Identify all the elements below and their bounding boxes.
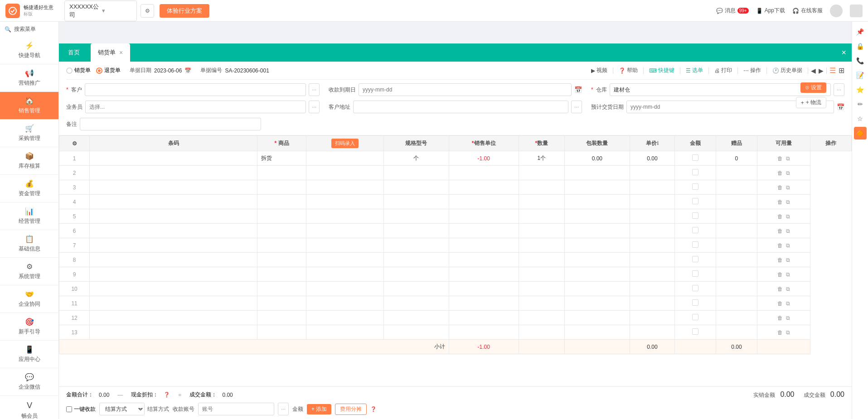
address-ellipsis-btn[interactable]: ··· (571, 101, 582, 113)
delete-row-icon-3[interactable]: 🗑 (777, 184, 783, 191)
salesperson-ellipsis-btn[interactable]: ··· (309, 101, 320, 113)
row-product-6[interactable] (257, 224, 306, 238)
delete-row-icon-6[interactable]: 🗑 (777, 228, 783, 234)
row-barcode-8[interactable] (90, 253, 257, 267)
row-gift-8[interactable] (675, 253, 716, 267)
one-click-payment-checkbox[interactable]: 一键收款 (66, 405, 96, 413)
row-quantity-13[interactable] (449, 325, 519, 340)
row-quantity-2[interactable] (449, 166, 519, 180)
copy-row-icon-8[interactable]: ⧉ (786, 257, 790, 263)
tab-home[interactable]: 首页 (59, 43, 89, 62)
select-btn[interactable]: ☰ 选单 (683, 65, 706, 76)
right-sidebar-btn-4[interactable]: 📝 (854, 69, 867, 82)
sidebar-item-member[interactable]: Ⅴ 畅会员 (0, 396, 58, 419)
th-config[interactable]: ⚙ (59, 136, 90, 151)
row-quantity-8[interactable] (449, 253, 519, 267)
row-spec-12[interactable] (306, 311, 383, 325)
row-unit-price-4[interactable] (564, 195, 630, 209)
delete-row-icon-4[interactable]: 🗑 (777, 199, 783, 205)
customer-address-input[interactable] (353, 101, 568, 113)
row-gift-10[interactable] (675, 282, 716, 296)
copy-row-icon-3[interactable]: ⧉ (786, 184, 790, 191)
expense-split-btn[interactable]: 费用分摊 (335, 404, 367, 415)
row-gift-11[interactable] (675, 296, 716, 311)
right-sidebar-btn-6[interactable]: ✏ (854, 98, 867, 111)
sidebar-item-inventory[interactable]: 📦 库存核算 (0, 147, 58, 175)
sidebar-item-enterprise[interactable]: 🤝 企业协同 (0, 285, 58, 313)
row-gift-3[interactable] (675, 180, 716, 195)
tab-sales-order[interactable]: 销货单 × (91, 43, 130, 62)
row-spec-8[interactable] (306, 253, 383, 267)
video-btn[interactable]: ▶ 视频 (588, 65, 610, 76)
row-gift-6[interactable] (675, 224, 716, 238)
sidebar-item-guide[interactable]: 🎯 新手引导 (0, 313, 58, 341)
sidebar-item-quick-nav[interactable]: ⚡ 快捷导航 (0, 37, 58, 64)
row-gift-13[interactable] (675, 325, 716, 340)
row-unit-price-8[interactable] (564, 253, 630, 267)
delete-row-icon-7[interactable]: 🗑 (777, 242, 783, 249)
sidebar-item-wechat[interactable]: 💬 企业微信 (0, 368, 58, 396)
row-unit-price-5[interactable] (564, 209, 630, 224)
radio-return-order[interactable]: 退货单 (96, 67, 121, 74)
delete-row-icon-5[interactable]: 🗑 (777, 213, 783, 220)
copy-row-icon-1[interactable]: ⧉ (786, 155, 790, 162)
row-quantity-9[interactable] (449, 267, 519, 282)
user-avatar[interactable] (830, 5, 843, 17)
calendar-delivery-icon[interactable]: 📅 (837, 103, 844, 111)
row-barcode-1[interactable] (90, 151, 257, 166)
row-spec-10[interactable] (306, 282, 383, 296)
right-sidebar-btn-8[interactable]: 🔶 (854, 127, 867, 140)
row-unit-price-11[interactable] (564, 296, 630, 311)
row-spec-7[interactable] (306, 238, 383, 253)
row-spec-4[interactable] (306, 195, 383, 209)
row-quantity-12[interactable] (449, 311, 519, 325)
operation-btn[interactable]: ⋯ 操作 (741, 65, 764, 76)
delete-row-icon-9[interactable]: 🗑 (777, 271, 783, 278)
payment-account-ellipsis-btn[interactable]: ··· (278, 403, 289, 415)
row-product-7[interactable] (257, 238, 306, 253)
row-barcode-6[interactable] (90, 224, 257, 238)
delete-row-icon-12[interactable]: 🗑 (777, 315, 783, 321)
copy-row-icon-9[interactable]: ⧉ (786, 271, 790, 278)
company-selector[interactable]: XXXXXX公司 ▾ (64, 0, 137, 21)
warehouse-input[interactable] (610, 83, 831, 96)
row-barcode-4[interactable] (90, 195, 257, 209)
row-gift-4[interactable] (675, 195, 716, 209)
help-btn[interactable]: ❓ 帮助 (616, 65, 640, 76)
row-gift-9[interactable] (675, 267, 716, 282)
copy-row-icon-2[interactable]: ⧉ (786, 170, 790, 176)
settings-panel[interactable]: ⊙ 设置 (800, 82, 826, 93)
sidebar-item-app-center[interactable]: 📱 应用中心 (0, 341, 58, 368)
row-barcode-3[interactable] (90, 180, 257, 195)
payment-method-select[interactable]: 结算方式 (99, 403, 145, 415)
row-unit-price-13[interactable] (564, 325, 630, 340)
add-payment-btn[interactable]: + 添加 (307, 404, 331, 414)
copy-row-icon-11[interactable]: ⧉ (786, 300, 790, 307)
print-btn[interactable]: 🖨 打印 (712, 65, 735, 76)
one-click-checkbox[interactable] (66, 406, 72, 412)
customer-ellipsis-btn[interactable]: ··· (309, 83, 320, 96)
th-scan[interactable]: 扫码录入 (306, 136, 383, 151)
row-product-13[interactable] (257, 325, 306, 340)
copy-row-icon-6[interactable]: ⧉ (786, 228, 790, 234)
row-quantity-4[interactable] (449, 195, 519, 209)
row-unit-price-7[interactable] (564, 238, 630, 253)
customer-input[interactable] (85, 83, 306, 96)
sidebar-item-system[interactable]: ⚙ 系统管理 (0, 258, 58, 285)
app-download-btn[interactable]: 📱 App下载 (756, 7, 785, 14)
delete-row-icon-13[interactable]: 🗑 (777, 329, 783, 336)
row-quantity-5[interactable] (449, 209, 519, 224)
history-btn[interactable]: 🕐 历史单据 (770, 65, 805, 76)
row-barcode-13[interactable] (90, 325, 257, 340)
row-quantity-7[interactable] (449, 238, 519, 253)
copy-row-icon-13[interactable]: ⧉ (786, 329, 790, 336)
calendar-icon[interactable]: 📅 (184, 67, 191, 74)
row-product-5[interactable] (257, 209, 306, 224)
sidebar-item-sales[interactable]: 🏠 销售管理 (0, 92, 58, 120)
delete-row-icon-1[interactable]: 🗑 (777, 155, 783, 162)
delete-row-icon-8[interactable]: 🗑 (777, 257, 783, 263)
row-barcode-2[interactable] (90, 166, 257, 180)
row-barcode-9[interactable] (90, 267, 257, 282)
right-sidebar-btn-7[interactable]: ☆ (854, 112, 867, 125)
grid-view-icon[interactable]: ⊞ (839, 66, 844, 75)
